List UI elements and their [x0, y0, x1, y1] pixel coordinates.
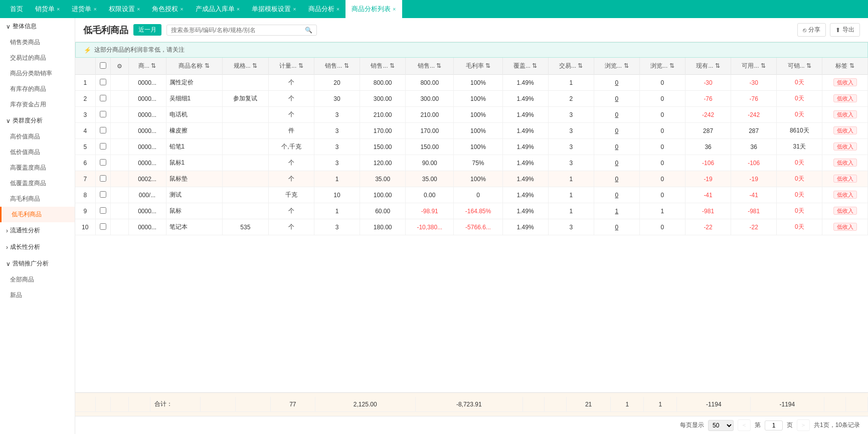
th-check[interactable]: [95, 58, 110, 75]
sidebar-item-high-coverage[interactable]: 高覆盖度商品: [0, 160, 75, 176]
search-icon[interactable]: 🔍: [305, 27, 312, 34]
nav-purchase[interactable]: 进货单 ×: [66, 0, 102, 18]
sidebar-item-high-value[interactable]: 高价值商品: [0, 129, 75, 144]
cell-name[interactable]: 笔记本: [166, 219, 222, 235]
nav-sales[interactable]: 销货单 ×: [29, 0, 66, 18]
sidebar-item-all-goods[interactable]: 全部商品: [0, 272, 75, 287]
th-code[interactable]: 商... ⇅: [128, 58, 166, 75]
nav-product-entry[interactable]: 产成品入库单 ×: [190, 0, 246, 18]
select-all-checkbox[interactable]: [100, 62, 106, 69]
cell-browse1[interactable]: 0: [594, 171, 639, 187]
th-spec[interactable]: 规格... ⇅: [222, 58, 268, 75]
row-checkbox[interactable]: [100, 175, 106, 182]
nav-goods-analysis[interactable]: 商品分析 ×: [302, 0, 345, 18]
next-page-button[interactable]: ＞: [797, 419, 810, 431]
cell-check[interactable]: [95, 91, 110, 107]
th-trade-count[interactable]: 交易... ⇅: [548, 58, 594, 75]
export-button[interactable]: ⬆ 导出: [830, 23, 860, 37]
nav-home[interactable]: 首页: [4, 0, 29, 18]
cell-name[interactable]: 铅笔1: [166, 139, 222, 155]
share-button[interactable]: ⎋ 分享: [797, 23, 826, 37]
page-size-select[interactable]: 50 100 200: [708, 420, 734, 431]
cell-browse1[interactable]: 0: [594, 155, 639, 171]
th-gross-rate[interactable]: 毛利率 ⇅: [454, 58, 502, 75]
row-checkbox[interactable]: [100, 127, 106, 133]
cell-name[interactable]: 测试: [166, 187, 222, 203]
sidebar-item-low-margin[interactable]: 低毛利商品: [0, 207, 75, 222]
sidebar-group-overall[interactable]: ∨ 整体信息: [0, 18, 75, 35]
th-sales-qty[interactable]: 销售... ⇅: [314, 58, 360, 75]
cell-name[interactable]: 橡皮擦: [166, 123, 222, 139]
th-stock-now[interactable]: 现有... ⇅: [685, 58, 731, 75]
sidebar-item-category-rate[interactable]: 商品分类助销率: [0, 66, 75, 81]
cell-check[interactable]: [95, 123, 110, 139]
sidebar-item-capital[interactable]: 库存资金占用: [0, 97, 75, 112]
sidebar-item-new-goods[interactable]: 新品: [0, 287, 75, 303]
cell-check[interactable]: [95, 187, 110, 203]
cell-browse1[interactable]: 0: [594, 107, 639, 123]
sidebar-item-high-margin[interactable]: 高毛利商品: [0, 191, 75, 207]
sidebar-item-stock-goods[interactable]: 有库存的商品: [0, 81, 75, 97]
cell-name[interactable]: 电话机: [166, 107, 222, 123]
cell-name[interactable]: 吴细细1: [166, 91, 222, 107]
sidebar-group-marketing[interactable]: ∨ 营销推广分析: [0, 255, 75, 272]
nav-sales-close[interactable]: ×: [57, 6, 60, 12]
row-checkbox[interactable]: [100, 111, 106, 117]
cell-browse1[interactable]: 1: [594, 203, 639, 219]
th-browse1[interactable]: 浏览... ⇅: [594, 58, 639, 75]
th-settings[interactable]: ⚙: [110, 58, 128, 75]
th-sales-amt[interactable]: 销售... ⇅: [360, 58, 406, 75]
cell-browse1[interactable]: 0: [594, 139, 639, 155]
cell-browse1[interactable]: 0: [594, 75, 639, 91]
nav-permission[interactable]: 权限设置 ×: [103, 0, 146, 18]
cell-name[interactable]: 鼠标1: [166, 155, 222, 171]
nav-goods-analysis-list[interactable]: 商品分析列表 ×: [345, 0, 402, 18]
cell-browse1[interactable]: 0: [594, 91, 639, 107]
nav-goods-analysis-close[interactable]: ×: [336, 6, 339, 12]
cell-check[interactable]: [95, 155, 110, 171]
cell-check[interactable]: [95, 171, 110, 187]
table-wrapper[interactable]: ⚙ 商... ⇅ 商品名称 ⇅ 规格... ⇅ 计量... ⇅ 销售... ⇅ …: [75, 58, 868, 392]
nav-role-close[interactable]: ×: [180, 6, 183, 12]
cell-name[interactable]: 属性定价: [166, 75, 222, 91]
cell-browse1[interactable]: 0: [594, 219, 639, 235]
nav-goods-analysis-list-close[interactable]: ×: [393, 6, 396, 12]
th-name[interactable]: 商品名称 ⇅: [166, 58, 222, 75]
nav-template-close[interactable]: ×: [293, 6, 296, 12]
page-number-input[interactable]: [765, 420, 783, 430]
sidebar-item-sales-goods[interactable]: 销售类商品: [0, 35, 75, 50]
cell-check[interactable]: [95, 203, 110, 219]
cell-browse1[interactable]: 0: [594, 123, 639, 139]
cell-check[interactable]: [95, 219, 110, 235]
th-tag[interactable]: 标签 ⇅: [822, 58, 868, 75]
sidebar-item-traded-goods[interactable]: 交易过的商品: [0, 50, 75, 66]
date-filter-button[interactable]: 近一月: [133, 24, 161, 36]
cell-browse1[interactable]: 0: [594, 187, 639, 203]
sidebar-group-flow[interactable]: › 流通性分析: [0, 222, 75, 239]
nav-purchase-close[interactable]: ×: [93, 6, 96, 12]
th-unit[interactable]: 计量... ⇅: [268, 58, 314, 75]
nav-permission-close[interactable]: ×: [137, 6, 140, 12]
row-checkbox[interactable]: [100, 223, 106, 230]
prev-page-button[interactable]: ＜: [738, 419, 751, 431]
th-available[interactable]: 可用... ⇅: [731, 58, 777, 75]
row-checkbox[interactable]: [100, 159, 106, 166]
th-cover-rate[interactable]: 覆盖... ⇅: [502, 58, 548, 75]
sidebar-item-low-coverage[interactable]: 低覆盖度商品: [0, 176, 75, 191]
nav-template[interactable]: 单据模板设置 ×: [246, 0, 302, 18]
nav-role[interactable]: 角色授权 ×: [146, 0, 189, 18]
cell-check[interactable]: [95, 107, 110, 123]
sidebar-group-cluster[interactable]: ∨ 类群度分析: [0, 112, 75, 129]
row-checkbox[interactable]: [100, 79, 106, 85]
th-saleable[interactable]: 可销... ⇅: [777, 58, 822, 75]
cell-name[interactable]: 鼠标: [166, 203, 222, 219]
th-browse2[interactable]: 浏览... ⇅: [639, 58, 685, 75]
cell-check[interactable]: [95, 139, 110, 155]
search-input[interactable]: [171, 27, 305, 34]
sidebar-group-growth[interactable]: › 成长性分析: [0, 239, 75, 255]
row-checkbox[interactable]: [100, 95, 106, 101]
sidebar-item-low-value[interactable]: 低价值商品: [0, 144, 75, 160]
row-checkbox[interactable]: [100, 191, 106, 198]
th-sales-profit[interactable]: 销售... ⇅: [406, 58, 454, 75]
row-checkbox[interactable]: [100, 207, 106, 214]
